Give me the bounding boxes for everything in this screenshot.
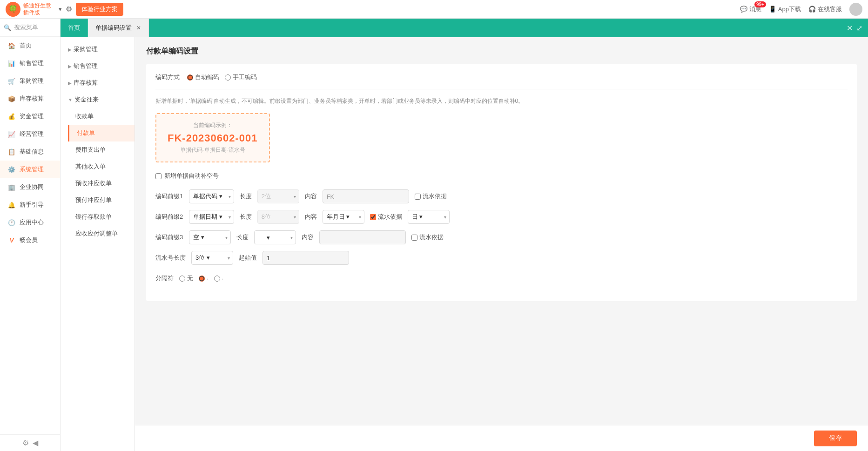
online-service-item[interactable]: 🎧 在线客服: [808, 5, 842, 13]
sub-item-payment[interactable]: 付款单: [68, 125, 135, 141]
tab-expand-action[interactable]: ⤢: [856, 24, 862, 33]
settings-icon[interactable]: ⚙: [66, 5, 72, 13]
length-2-select[interactable]: 8位: [257, 210, 299, 224]
serial-1-checkbox[interactable]: [415, 194, 421, 200]
tab-close-action[interactable]: ✕: [847, 24, 853, 33]
tab-home[interactable]: 首页: [61, 19, 88, 37]
sub-group-sales[interactable]: ▶ 销售管理: [61, 58, 135, 74]
length-3-select[interactable]: ▾: [254, 230, 296, 244]
radio-manual-label: 手工编码: [233, 73, 257, 81]
app-download-item[interactable]: 📱 App下载: [769, 5, 801, 13]
sub-item-ap-ar-adjust[interactable]: 应收应付调整单: [68, 225, 135, 242]
prefix-1-label: 编码前缀1: [155, 192, 183, 201]
nav-arrow-down[interactable]: ▾: [59, 6, 62, 13]
sub-group-purchase[interactable]: ▶ 采购管理: [61, 41, 135, 58]
top-bar-right: 💬 消息 99+ 📱 App下载 🎧 在线客服: [740, 3, 862, 16]
chevron-right-icon: ▶: [68, 47, 72, 52]
experience-button[interactable]: 体验行业方案: [76, 3, 123, 16]
sidebar-search[interactable]: 🔍 搜索菜单: [0, 19, 60, 37]
sub-item-receipt[interactable]: 收款单: [68, 108, 135, 125]
sub-item-advance-pay-offset-label: 预付冲应付单: [75, 196, 112, 204]
message-item[interactable]: 💬 消息 99+: [740, 5, 761, 13]
radio-auto-encoding[interactable]: 自动编码: [187, 73, 219, 81]
serial-length-select[interactable]: 3位 ▾: [191, 251, 233, 265]
radio-auto-label: 自动编码: [195, 73, 219, 81]
tab-close-icon[interactable]: ✕: [136, 25, 141, 31]
sub-group-capital[interactable]: ▼ 资金往来: [61, 91, 135, 108]
guide-icon: 🔔: [7, 201, 16, 209]
separator-dot[interactable]: ·: [199, 275, 209, 282]
radio-auto-input[interactable]: [187, 74, 193, 81]
sidebar-label-inventory: 库存核算: [20, 94, 44, 103]
appcenter-icon: 🕐: [7, 218, 16, 227]
sidebar-label-system: 系统管理: [20, 165, 44, 174]
separator-dash-radio[interactable]: [214, 276, 220, 282]
separator-none[interactable]: 无: [179, 274, 193, 283]
sidebar-item-operation[interactable]: 📈 经营管理: [0, 125, 60, 143]
sidebar-item-finance[interactable]: 💰 资金管理: [0, 108, 60, 125]
sidebar-item-guide[interactable]: 🔔 新手引导: [0, 196, 60, 214]
prefix-3-select[interactable]: 空 ▾: [189, 230, 231, 244]
serial-2-unit-select[interactable]: 日 ▾: [408, 210, 450, 224]
sidebar-item-appcenter[interactable]: 🕐 应用中心: [0, 214, 60, 231]
info-text: 新增单据时，'单据编码'自动生成，不可编辑。前缀设置为部门、业务员等档案类，开单…: [155, 97, 848, 106]
sub-item-expense[interactable]: 费用支出单: [68, 141, 135, 158]
auto-fill-label[interactable]: 新增单据自动补空号: [164, 172, 219, 180]
basic-icon: 📋: [7, 148, 16, 156]
sub-item-other-income[interactable]: 其他收入单: [68, 158, 135, 175]
bottom-bar: 保存: [135, 425, 868, 451]
sub-group-purchase-label: 采购管理: [74, 45, 98, 54]
prefix-2-select[interactable]: 单据日期 ▾: [189, 210, 234, 224]
sub-item-advance-pay-offset[interactable]: 预付冲应付单: [68, 192, 135, 209]
save-button[interactable]: 保存: [814, 431, 857, 446]
main-content: 付款单编码设置 编码方式 自动编码: [135, 37, 868, 425]
sidebar-item-sales[interactable]: 📊 销售管理: [0, 54, 60, 72]
content-area: 首页 单据编码设置 ✕ ✕ ⤢ ▶ 采购管理 ▶ 销售管理: [61, 19, 868, 451]
sub-item-other-income-label: 其他收入单: [75, 162, 106, 171]
separator-dash[interactable]: ·: [214, 275, 224, 282]
sidebar-collapse-icon[interactable]: ◀: [33, 438, 38, 447]
serial-3-checkbox-item: 流水依据: [411, 233, 444, 242]
serial-3-checkbox[interactable]: [411, 235, 417, 241]
sub-group-capital-label: 资金往来: [74, 95, 99, 104]
sub-item-payment-label: 付款单: [77, 129, 95, 137]
sidebar-item-member[interactable]: V 畅会员: [0, 231, 60, 249]
content-3-label: 内容: [302, 233, 314, 242]
sub-sidebar: ▶ 采购管理 ▶ 销售管理 ▶ 库存核算 ▼ 资金往来 收款单: [61, 37, 135, 451]
sidebar-item-basic[interactable]: 📋 基础信息: [0, 143, 60, 161]
content-3-input[interactable]: [319, 230, 406, 244]
tab-bar-actions: ✕ ⤢: [847, 24, 868, 33]
preview-box: 当前编码示例： FK-20230602-001 单据代码-单据日期-流水号: [155, 113, 270, 162]
length-1-select[interactable]: 2位: [257, 189, 299, 203]
sidebar-item-home[interactable]: 🏠 首页: [0, 37, 60, 54]
radio-manual-input[interactable]: [225, 74, 231, 81]
start-value-input[interactable]: [262, 251, 349, 265]
sidebar-label-basic: 基础信息: [20, 148, 44, 156]
encoding-method-row: 编码方式 自动编码 手工编码: [155, 73, 848, 89]
separator-none-radio[interactable]: [179, 276, 185, 282]
sidebar-item-system[interactable]: ⚙️ 系统管理: [0, 161, 60, 178]
sub-item-prepay-offset[interactable]: 预收冲应收单: [68, 175, 135, 192]
sub-item-bank[interactable]: 银行存取款单: [68, 209, 135, 225]
sidebar-settings-icon[interactable]: ⚙: [22, 438, 29, 447]
auto-fill-checkbox[interactable]: [155, 173, 161, 179]
preview-sub: 单据代码-单据日期-流水号: [168, 146, 258, 154]
content-2-select[interactable]: 年月日 ▾: [323, 210, 364, 224]
start-value-label: 起始值: [239, 254, 257, 262]
sidebar-bottom: ⚙ ◀: [0, 434, 60, 451]
sales-icon: 📊: [7, 59, 16, 67]
user-avatar[interactable]: [849, 3, 862, 16]
sub-group-inventory[interactable]: ▶ 库存核算: [61, 74, 135, 91]
prefix-1-select[interactable]: 单据代码 ▾: [189, 189, 234, 203]
serial-1-checkbox-item: 流水依据: [415, 192, 447, 201]
sidebar-item-purchase[interactable]: 🛒 采购管理: [0, 72, 60, 90]
serial-2-checkbox[interactable]: [370, 214, 376, 220]
sub-item-ap-ar-adjust-label: 应收应付调整单: [75, 229, 118, 238]
main-content-wrapper: 付款单编码设置 编码方式 自动编码: [135, 37, 868, 451]
sidebar-item-enterprise[interactable]: 🏢 企业协同: [0, 178, 60, 196]
sub-item-bank-label: 银行存取款单: [75, 213, 112, 221]
sidebar-item-inventory[interactable]: 📦 库存核算: [0, 90, 60, 108]
radio-manual-encoding[interactable]: 手工编码: [225, 73, 257, 81]
separator-dot-radio[interactable]: [199, 276, 205, 282]
tab-document-encoding[interactable]: 单据编码设置 ✕: [88, 19, 149, 37]
